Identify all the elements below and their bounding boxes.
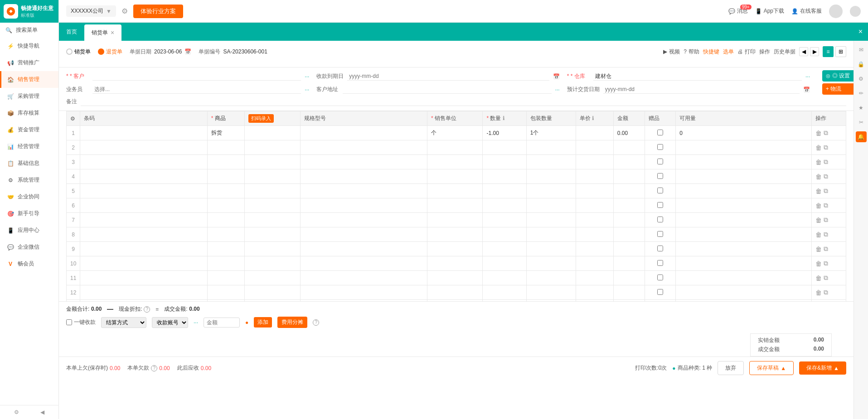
right-icon-lock[interactable]: 🔒 (856, 59, 867, 70)
discard-btn[interactable]: 放弃 (718, 361, 744, 375)
video-btn[interactable]: ▶ 视频 (663, 48, 680, 56)
help-btn[interactable]: ? 帮助 (684, 48, 699, 56)
row-copy-btn[interactable]: ⧉ (824, 129, 828, 137)
history-btn[interactable]: 历史单据 (774, 48, 795, 56)
row-qty[interactable]: -1.00 (483, 126, 526, 140)
col-settings[interactable]: ⚙ (67, 111, 80, 126)
warehouse-dots[interactable]: ··· (805, 73, 810, 80)
row-copy-btn[interactable]: ⧉ (824, 245, 828, 253)
right-icon-edit[interactable]: ✏ (856, 88, 867, 99)
right-icon-alert[interactable]: 🔔 (856, 131, 867, 142)
stat2-info-icon[interactable]: ? (151, 365, 157, 371)
right-icon-mail[interactable]: ✉ (856, 44, 867, 55)
trial-btn[interactable]: 体验行业方案 (133, 5, 183, 18)
sidebar-item-member[interactable]: V 畅会员 (0, 255, 58, 272)
print-btn[interactable]: 🖨 打印 (737, 48, 756, 56)
row-copy-btn[interactable]: ⧉ (824, 158, 828, 166)
add-btn[interactable]: 添加 (254, 317, 272, 327)
col-scan[interactable]: 扫码录入 (245, 111, 301, 126)
select-btn[interactable]: 选单 (723, 48, 734, 56)
shortcut-btn[interactable]: 快捷键 (703, 48, 719, 56)
sidebar-search[interactable]: 🔍 搜索菜单 (0, 23, 58, 38)
customer-input[interactable] (92, 72, 301, 81)
logistics-float-btn[interactable]: + 物流 (822, 83, 853, 95)
message-btn[interactable]: 💬 消息 99+ (728, 7, 748, 15)
view-grid-btn[interactable]: ⊞ (835, 46, 846, 57)
row-delete-btn[interactable]: 🗑 (815, 202, 822, 209)
radio-return-order[interactable]: 退货单 (98, 48, 122, 56)
row-spec[interactable] (300, 126, 427, 140)
radio-sales-order[interactable]: 销货单 (66, 48, 91, 56)
right-icon-scissors[interactable]: ✂ (856, 117, 867, 128)
save-draft-btn[interactable]: 保存草稿 ▲ (749, 361, 794, 375)
row-delete-btn[interactable]: 🗑 (815, 129, 822, 137)
calc-method-select[interactable]: 结算方式 (101, 317, 146, 328)
online-service-btn[interactable]: 👤 在线客服 (791, 7, 822, 15)
account-dots[interactable]: ··· (194, 319, 198, 326)
row-copy-btn[interactable]: ⧉ (824, 274, 828, 282)
view-list-btn[interactable]: ≡ (823, 46, 834, 57)
row-delete-btn[interactable]: 🗑 (815, 260, 822, 267)
row-copy-btn[interactable]: ⧉ (824, 173, 828, 180)
sidebar-collapse-btn[interactable]: ◀ (40, 409, 44, 415)
qty-info-icon[interactable]: ℹ (503, 115, 505, 121)
right-icon-settings[interactable]: ⚙ (856, 73, 867, 84)
app-download-btn[interactable]: 📱 App下载 (755, 7, 784, 15)
row-copy-btn[interactable]: ⧉ (824, 202, 828, 209)
row-delete-btn[interactable]: 🗑 (815, 289, 822, 296)
row-copy-btn[interactable]: ⧉ (824, 144, 828, 151)
receive-date-calendar-icon[interactable]: 📅 (553, 73, 560, 80)
row-delete-btn[interactable]: 🗑 (815, 173, 822, 180)
row-copy-btn[interactable]: ⧉ (824, 187, 828, 195)
nav-next-btn[interactable]: ▶ (810, 47, 819, 56)
tabbar-close-icon[interactable]: × (858, 28, 863, 36)
fee-info-icon[interactable]: ? (313, 319, 319, 326)
sidebar-item-system[interactable]: ⚙ 系统管理 (0, 172, 58, 188)
save-new-btn[interactable]: 保存&新增 ▲ (799, 361, 846, 375)
row-delete-btn[interactable]: 🗑 (815, 158, 822, 166)
addr-dots[interactable]: ··· (555, 87, 560, 93)
customer-addr-input[interactable] (343, 85, 551, 94)
row-delete-btn[interactable]: 🗑 (815, 144, 822, 151)
salesman-input[interactable] (92, 85, 301, 94)
nav-prev-btn[interactable]: ◀ (799, 47, 808, 56)
salesman-dots[interactable]: ··· (305, 87, 309, 93)
payment-checkbox[interactable] (66, 319, 72, 325)
user-avatar-2[interactable] (850, 6, 861, 17)
fee-split-tab[interactable]: 费用分摊 (277, 317, 307, 328)
customer-dots[interactable]: ··· (305, 73, 309, 80)
scan-btn[interactable]: 扫码录入 (248, 114, 274, 123)
sidebar-item-sales[interactable]: 🏠 销售管理 (0, 71, 58, 88)
sidebar-item-marketing[interactable]: 📢 营销推广 (0, 54, 58, 71)
amount-input[interactable] (204, 318, 240, 327)
row-delete-btn[interactable]: 🗑 (815, 216, 822, 224)
tab-sales-order[interactable]: 销货单 × (84, 24, 121, 41)
payment-checkbox-label[interactable]: 一键收款 (66, 318, 96, 326)
sidebar-item-quick-nav[interactable]: ⚡ 快捷导航 (0, 38, 58, 54)
row-copy-btn[interactable]: ⧉ (824, 216, 828, 224)
warehouse-input[interactable] (593, 72, 802, 81)
operate-btn[interactable]: 操作 (759, 48, 770, 56)
row-delete-btn[interactable]: 🗑 (815, 187, 822, 195)
sidebar-item-business[interactable]: 📊 经营管理 (0, 138, 58, 155)
row-delete-btn[interactable]: 🗑 (815, 231, 822, 238)
sidebar-item-base[interactable]: 📋 基础信息 (0, 155, 58, 172)
expected-date-calendar-icon[interactable]: 📅 (803, 87, 810, 93)
row-copy-btn[interactable]: ⧉ (824, 231, 828, 238)
row-delete-btn[interactable]: 🗑 (815, 274, 822, 282)
receive-date-input[interactable] (347, 72, 549, 81)
sidebar-item-finance[interactable]: 💰 资金管理 (0, 121, 58, 138)
price-info-icon[interactable]: ℹ (592, 115, 594, 121)
row-delete-btn[interactable]: 🗑 (815, 245, 822, 253)
date-calendar-icon[interactable]: 📅 (184, 48, 191, 55)
tab-home[interactable]: 首页 (59, 23, 84, 41)
settings-float-btn[interactable]: ◎ ◎ 设置 (822, 70, 853, 82)
sidebar-settings-btn[interactable]: ⚙ (14, 409, 19, 415)
sidebar-item-app[interactable]: 📱 应用中心 (0, 222, 58, 239)
account-select[interactable]: 收款账号 (152, 317, 188, 328)
row-gift[interactable] (645, 126, 676, 140)
user-avatar[interactable] (829, 5, 843, 18)
sidebar-item-enterprise[interactable]: 🤝 企业协同 (0, 188, 58, 205)
row-copy-btn[interactable]: ⧉ (824, 260, 828, 267)
company-selector[interactable]: XXXXXX公司 ▼ (66, 5, 116, 17)
